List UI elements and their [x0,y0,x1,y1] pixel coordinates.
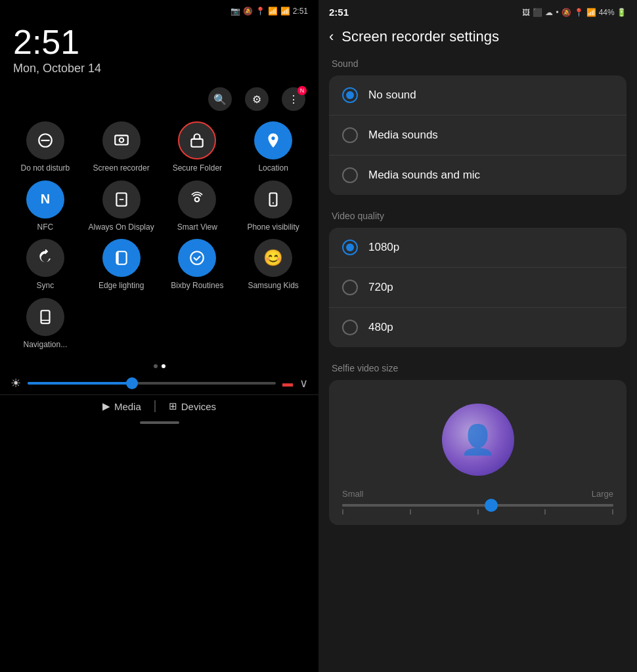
no-sound-option[interactable]: No sound [329,75,626,116]
size-large-label: Large [592,489,613,499]
search-icon: 🔍 [213,93,227,106]
tile-sync-label: Sync [37,281,55,291]
tile-location[interactable]: Location [238,121,308,174]
nfc-letter-icon: N [41,192,50,207]
tile-phone-visibility[interactable]: Phone visibility [238,180,308,233]
edge-lighting-icon-bg [102,239,141,277]
slider-fill-right [491,504,613,507]
svg-rect-13 [41,310,49,324]
status-icons-right: 🖼 ⬛ ☁ • 🔕 📍 📶 44% 🔋 [522,8,626,17]
selfie-video-section-label: Selfie video size [329,360,626,380]
720p-option[interactable]: 720p [329,268,626,308]
more-button[interactable]: ⋮ N [282,87,305,111]
media-sounds-mic-radio[interactable] [342,167,358,183]
tile-edge-lighting[interactable]: Edge lighting [87,239,156,291]
tile-bixby-routines-label: Bixby Routines [171,281,223,291]
tile-samsung-kids[interactable]: 😊 Samsung Kids [238,239,308,291]
svg-rect-2 [115,135,128,144]
phone-visibility-icon-bg [254,180,292,219]
tile-navigation-label: Navigation... [24,340,68,350]
media-sounds-radio[interactable] [342,127,358,143]
selfie-preview: 👤 [340,390,616,489]
no-sound-radio[interactable] [342,87,358,103]
notification-icon-right: 🖼 [522,8,530,17]
back-button[interactable]: ‹ [329,28,334,45]
left-panel: 📷 🔕 📍 📶 📶 2:51 2:51 Mon, October 14 🔍 ⚙ … [0,0,318,672]
tile-smart-view-label: Smart View [177,222,217,233]
status-bar-left: 📷 🔕 📍 📶 📶 2:51 [0,0,318,18]
sound-section-label: Sound [329,56,626,75]
location-status-icon: 📍 [255,7,265,16]
tile-do-not-disturb-label: Do not disturb [21,163,70,174]
more-icon: ⋮ [288,93,299,106]
settings-content: Sound No sound Media sounds Media sounds… [318,56,637,672]
notification-badge: N [297,86,307,95]
tile-sync[interactable]: Sync [11,239,80,291]
right-panel: 2:51 🖼 ⬛ ☁ • 🔕 📍 📶 44% 🔋 ‹ Screen record… [318,0,637,672]
svg-rect-14 [41,320,49,321]
480p-label: 480p [368,321,393,334]
settings-button[interactable]: ⚙ [245,87,269,111]
svg-point-9 [273,202,274,203]
media-sounds-option[interactable]: Media sounds [329,116,626,156]
tile-navigation[interactable]: Navigation... [11,298,80,350]
480p-radio[interactable] [342,320,358,335]
brightness-slider[interactable] [28,382,276,385]
sound-options-group: No sound Media sounds Media sounds and m… [329,75,626,195]
480p-option[interactable]: 480p [329,308,626,347]
selfie-slider-thumb[interactable] [485,499,498,512]
media-divider [154,400,156,412]
smart-view-icon-bg [178,180,216,219]
always-on-display-icon-bg [102,180,141,219]
brightness-thumb[interactable] [126,377,138,389]
tick-1 [342,509,343,514]
tile-location-label: Location [258,163,288,174]
brightness-expand-icon[interactable]: ∨ [299,376,308,390]
svg-rect-11 [116,251,118,264]
sync-icon-bg [26,239,64,277]
camera-icon: 📷 [231,7,240,16]
tick-3 [477,509,479,514]
video-quality-section-label: Video quality [329,208,626,228]
tile-bixby-routines[interactable]: Bixby Routines [163,239,232,291]
devices-label: Devices [181,401,216,412]
svg-rect-8 [270,193,277,206]
video-quality-options-group: 1080p 720p 480p [329,228,626,347]
page-dot-1 [154,364,158,368]
1080p-option[interactable]: 1080p [329,228,626,268]
home-indicator-left [140,421,179,424]
top-actions: 🔍 ⚙ ⋮ N [0,78,318,116]
media-label: Media [114,401,141,412]
1080p-radio[interactable] [342,240,358,255]
selfie-person-icon: 👤 [460,423,496,457]
720p-radio[interactable] [342,280,358,295]
media-button[interactable]: ▶ Media [102,400,141,412]
tile-secure-folder-label: Secure Folder [173,163,222,174]
tile-smart-view[interactable]: Smart View [163,180,232,233]
play-icon: ▶ [102,400,110,412]
tile-nfc[interactable]: N NFC [11,180,80,233]
search-button[interactable]: 🔍 [208,87,232,111]
devices-button[interactable]: ⊞ Devices [169,400,216,412]
secure-folder-icon-bg [178,121,216,159]
location-icon-bg [254,121,292,159]
status-time-right: 2:51 [329,7,349,18]
status-bar-right: 2:51 🖼 ⬛ ☁ • 🔕 📍 📶 44% 🔋 [318,0,637,20]
selfie-size-slider[interactable] [342,504,613,507]
tile-secure-folder[interactable]: Secure Folder [163,121,232,174]
bixby-routines-icon-bg [178,239,216,277]
svg-point-7 [195,197,200,201]
tile-do-not-disturb[interactable]: Do not disturb [11,121,80,174]
navigation-icon-bg [26,298,64,336]
tile-always-on-display[interactable]: Always On Display [87,180,156,233]
tick-marks [340,507,616,514]
no-sound-label: No sound [368,89,416,102]
media-sounds-mic-option[interactable]: Media sounds and mic [329,156,626,195]
page-dot-2 [162,364,165,368]
720p-label: 720p [368,281,393,294]
tile-screen-recorder[interactable]: Screen recorder [87,121,156,174]
brightness-bar: ☀ ▬ ∨ [0,372,318,394]
battery-right: 44% 🔋 [599,8,626,17]
cloud-icon-right: ☁ [545,8,553,17]
tile-edge-lighting-label: Edge lighting [99,281,144,291]
